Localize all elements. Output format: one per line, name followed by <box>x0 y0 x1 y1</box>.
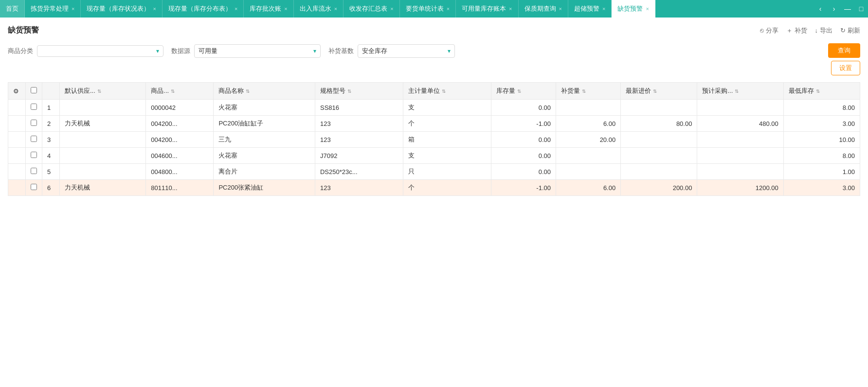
th-gear[interactable]: ⚙ <box>8 83 26 100</box>
close-tab-shortage[interactable]: × <box>646 6 649 12</box>
unit: 支 <box>403 100 491 116</box>
default-supplier: 力天机械 <box>60 116 146 132</box>
tab-home[interactable]: 首页 <box>0 0 25 18</box>
tab-overstock[interactable]: 超储预警 × <box>568 0 612 18</box>
filter-right-actions: 查询 设置 <box>828 43 860 75</box>
category-select[interactable]: ▾ <box>37 45 163 57</box>
th-product-code[interactable]: 商品... ⇅ <box>146 83 214 100</box>
tab-exception[interactable]: 拣货异常处理 × <box>25 0 81 18</box>
sort-price-icon: ⇅ <box>653 88 657 94</box>
th-product-name[interactable]: 商品名称 ⇅ <box>214 83 315 100</box>
query-button[interactable]: 查询 <box>828 43 860 58</box>
spec: J7092 <box>315 148 403 164</box>
replenish-button[interactable]: ＋ 补货 <box>786 26 807 35</box>
tab-shortage[interactable]: 缺货预警 × <box>612 0 655 18</box>
row-num: 3 <box>42 132 60 148</box>
close-tab-overstock[interactable]: × <box>602 6 605 12</box>
replenish-qty <box>556 164 621 180</box>
maximize-btn[interactable]: □ <box>854 0 868 18</box>
product-name: 火花塞 <box>214 100 315 116</box>
product-code: 0000042 <box>146 100 214 116</box>
stock-qty: 0.00 <box>491 132 556 148</box>
unit: 箱 <box>403 132 491 148</box>
refresh-button[interactable]: ↻ 刷新 <box>840 26 860 35</box>
est-purchase <box>697 132 783 148</box>
close-tab-order-stats[interactable]: × <box>447 6 450 12</box>
tab-order-stats[interactable]: 要货单统计表 × <box>400 0 456 18</box>
th-latest-price[interactable]: 最新进价 ⇅ <box>621 83 697 100</box>
unit: 支 <box>403 148 491 164</box>
checkbox-cell[interactable] <box>26 164 42 180</box>
row-checkbox-1[interactable] <box>31 120 37 126</box>
select-all-checkbox[interactable] <box>31 87 37 93</box>
share-icon: ⎋ <box>760 27 764 34</box>
checkbox-cell[interactable] <box>26 116 42 132</box>
min-stock: 3.00 <box>783 180 860 196</box>
tab-expiry[interactable]: 保质期查询 × <box>519 0 568 18</box>
table-row: 4004600...火花塞J7092支0.008.00 <box>8 148 860 164</box>
replenish-base-filter-group: 补货基数 安全库存 ▾ <box>328 44 455 58</box>
minimize-btn[interactable]: — <box>841 0 854 18</box>
datasource-value: 可用量 <box>199 47 217 55</box>
row-checkbox-2[interactable] <box>31 136 37 142</box>
replenish-base-value: 安全库存 <box>362 47 387 55</box>
close-tab-collect-summary[interactable]: × <box>390 6 393 12</box>
gear-cell <box>8 180 26 196</box>
default-supplier: 力天机械 <box>60 180 146 196</box>
replenish-base-select[interactable]: 安全库存 ▾ <box>358 44 455 58</box>
close-tab-available-ledger[interactable]: × <box>509 6 512 12</box>
data-table: ⚙ 默认供应... ⇅ 商品... ⇅ <box>8 82 860 196</box>
th-replenish-qty[interactable]: 补货量 ⇅ <box>556 83 621 100</box>
checkbox-cell[interactable] <box>26 132 42 148</box>
th-spec[interactable]: 规格型号 ⇅ <box>315 83 403 100</box>
tab-available-ledger[interactable]: 可用量库存账本 × <box>456 0 518 18</box>
row-checkbox-0[interactable] <box>31 104 37 110</box>
min-stock: 1.00 <box>783 164 860 180</box>
th-stock-qty[interactable]: 库存量 ⇅ <box>491 83 556 100</box>
checkbox-cell[interactable] <box>26 148 42 164</box>
th-default-supplier[interactable]: 默认供应... ⇅ <box>60 83 146 100</box>
row-checkbox-4[interactable] <box>31 168 37 174</box>
close-tab-inout-flow[interactable]: × <box>334 6 337 12</box>
row-checkbox-5[interactable] <box>31 184 37 190</box>
settings-button[interactable]: 设置 <box>831 61 860 75</box>
checkbox-cell[interactable] <box>26 100 42 116</box>
product-name: 离合片 <box>214 164 315 180</box>
checkbox-cell[interactable] <box>26 180 42 196</box>
th-min-stock[interactable]: 最低库存 ⇅ <box>783 83 860 100</box>
th-unit[interactable]: 主计量单位 ⇅ <box>403 83 491 100</box>
share-button[interactable]: ⎋ 分享 <box>760 26 778 35</box>
table-header: ⚙ 默认供应... ⇅ 商品... ⇅ <box>8 83 860 100</box>
product-code: 004200... <box>146 132 214 148</box>
default-supplier <box>60 132 146 148</box>
close-tab-batch[interactable]: × <box>284 6 287 12</box>
tab-collect-summary[interactable]: 收发存汇总表 × <box>344 0 399 18</box>
sort-name-icon: ⇅ <box>246 88 250 94</box>
tab-batch[interactable]: 库存批次账 × <box>244 0 293 18</box>
tab-prev-btn[interactable]: ‹ <box>814 0 827 18</box>
product-name: PC200张紧油缸 <box>214 180 315 196</box>
row-checkbox-3[interactable] <box>31 152 37 158</box>
tab-inventory-status[interactable]: 现存量（库存状况表） × <box>81 0 162 18</box>
tab-inout-flow[interactable]: 出入库流水 × <box>294 0 344 18</box>
replenish-icon: ＋ <box>786 26 793 35</box>
unit: 个 <box>403 180 491 196</box>
datasource-select[interactable]: 可用量 ▾ <box>194 44 321 58</box>
table-row: 3004200...三九123箱0.0020.0010.00 <box>8 132 860 148</box>
close-tab-exception[interactable]: × <box>72 6 74 12</box>
close-tab-expiry[interactable]: × <box>559 6 562 12</box>
export-button[interactable]: ↓ 导出 <box>815 26 833 35</box>
gear-cell <box>8 132 26 148</box>
export-icon: ↓ <box>815 27 818 34</box>
th-est-purchase[interactable]: 预计采购... ⇅ <box>697 83 783 100</box>
sort-supplier-icon: ⇅ <box>97 88 101 94</box>
category-label: 商品分类 <box>8 47 33 55</box>
tab-inventory-dist[interactable]: 现存量（库存分布表） × <box>163 0 244 18</box>
est-purchase <box>697 164 783 180</box>
stock-qty: 0.00 <box>491 148 556 164</box>
sort-spec-icon: ⇅ <box>347 88 351 94</box>
tab-next-btn[interactable]: › <box>827 0 841 18</box>
close-tab-inventory-status[interactable]: × <box>153 6 156 12</box>
close-tab-inventory-dist[interactable]: × <box>235 6 237 12</box>
gear-cell <box>8 148 26 164</box>
